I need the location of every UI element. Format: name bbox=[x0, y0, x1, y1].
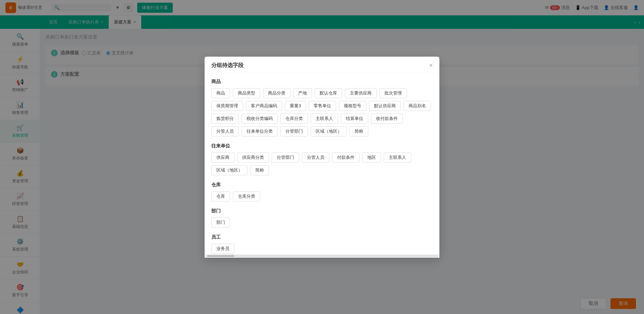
field-tag-short-name[interactable]: 简称 bbox=[350, 126, 368, 136]
field-tag-origin[interactable]: 产地 bbox=[293, 88, 312, 98]
field-tag-settlement-unit[interactable]: 结算单位 bbox=[341, 114, 368, 124]
modal-hscroll: ‹ › bbox=[205, 254, 439, 258]
field-tag-default-supplier[interactable]: 默认供应商 bbox=[369, 101, 401, 111]
field-group-goods-title: 商品 bbox=[211, 79, 433, 85]
field-tag-partner-region[interactable]: 地区 bbox=[362, 152, 381, 163]
warehouse-tags: 仓库 仓库分类 bbox=[211, 191, 433, 201]
field-tag-customer-code[interactable]: 客户商品编码 bbox=[246, 101, 282, 111]
field-tag-supplier-category[interactable]: 供应商分类 bbox=[237, 152, 269, 163]
field-tag-warehouse[interactable]: 仓库 bbox=[211, 191, 230, 201]
field-group-goods: 商品 商品 商品类型 商品分类 产地 默认仓库 主要供应商 批次管理 保质期管理… bbox=[211, 79, 433, 136]
modal-header: 分组待选字段 × bbox=[205, 57, 439, 73]
field-tag-default-warehouse[interactable]: 默认仓库 bbox=[315, 88, 342, 98]
modal-dialog: 分组待选字段 × 商品 商品 商品类型 商品分类 产地 默认仓库 主要供应商 批… bbox=[205, 57, 439, 258]
field-tag-partner-contact[interactable]: 主联系人 bbox=[384, 152, 411, 163]
field-tag-partner-manager[interactable]: 分管人员 bbox=[302, 152, 329, 163]
field-tag-partner-area[interactable]: 区域（地区） bbox=[211, 165, 248, 175]
field-group-warehouse: 仓库 仓库 仓库分类 bbox=[211, 182, 433, 201]
modal-overlay: 分组待选字段 × 商品 商品 商品类型 商品分类 产地 默认仓库 主要供应商 批… bbox=[0, 0, 644, 314]
field-tag-department[interactable]: 部门 bbox=[211, 217, 230, 228]
field-group-employee-title: 员工 bbox=[211, 234, 433, 240]
modal-body: 商品 商品 商品类型 商品分类 产地 默认仓库 主要供应商 批次管理 保质期管理… bbox=[205, 73, 439, 254]
field-tag-dept[interactable]: 分管部门 bbox=[280, 126, 308, 136]
field-group-dept-title: 部门 bbox=[211, 208, 433, 214]
field-tag-retail-unit[interactable]: 零售单位 bbox=[309, 101, 336, 111]
field-tag-region[interactable]: 区域（地区） bbox=[311, 126, 347, 136]
field-tag-partner-dept[interactable]: 分管部门 bbox=[272, 152, 299, 163]
field-group-partner: 往来单位 供应商 供应商分类 分管部门 分管人员 付款条件 地区 主联系人 区域… bbox=[211, 143, 433, 175]
field-tag-weight3[interactable]: 重量3 bbox=[285, 101, 306, 111]
field-tag-warehouse-category[interactable]: 仓库分类 bbox=[280, 114, 308, 124]
field-tag-warehouse-cat[interactable]: 仓库分类 bbox=[233, 191, 260, 201]
field-tag-batch-mgmt[interactable]: 批次管理 bbox=[379, 88, 407, 98]
field-group-warehouse-title: 仓库 bbox=[211, 182, 433, 188]
field-tag-goods-category[interactable]: 商品分类 bbox=[263, 88, 290, 98]
field-group-dept: 部门 部门 bbox=[211, 208, 433, 228]
field-tag-partner-category[interactable]: 往来单位分类 bbox=[241, 126, 278, 136]
field-tag-goods[interactable]: 商品 bbox=[211, 88, 230, 98]
hscroll-thumb bbox=[207, 255, 234, 257]
field-tag-spec[interactable]: 规格型号 bbox=[339, 101, 366, 111]
modal-title: 分组待选字段 bbox=[211, 62, 244, 69]
partner-tags: 供应商 供应商分类 分管部门 分管人员 付款条件 地区 主联系人 区域（地区） … bbox=[211, 152, 433, 175]
field-tag-goods-alias[interactable]: 商品别名 bbox=[404, 101, 431, 111]
field-tag-tax-code[interactable]: 税收分类编码 bbox=[241, 114, 278, 124]
field-tag-goods-type[interactable]: 商品类型 bbox=[233, 88, 260, 98]
hscroll-right-arrow[interactable]: › bbox=[437, 254, 438, 258]
field-tag-manager[interactable]: 分管人员 bbox=[211, 126, 239, 136]
hscroll-track bbox=[207, 255, 437, 257]
field-tag-exchange-points[interactable]: 炼货积分 bbox=[211, 114, 239, 124]
field-tag-main-supplier[interactable]: 主要供应商 bbox=[345, 88, 377, 98]
goods-tags: 商品 商品类型 商品分类 产地 默认仓库 主要供应商 批次管理 保质期管理 客户… bbox=[211, 88, 433, 136]
field-tag-payment-terms[interactable]: 收付款条件 bbox=[371, 114, 403, 124]
field-tag-partner-short[interactable]: 简称 bbox=[250, 165, 269, 175]
field-tag-expiry-mgmt[interactable]: 保质期管理 bbox=[211, 101, 243, 111]
field-tag-partner-payment[interactable]: 付款条件 bbox=[332, 152, 360, 163]
field-group-partner-title: 往来单位 bbox=[211, 143, 433, 149]
field-tag-main-contact[interactable]: 主联系人 bbox=[311, 114, 338, 124]
field-group-employee: 员工 业务员 bbox=[211, 234, 433, 254]
field-tag-salesperson[interactable]: 业务员 bbox=[211, 244, 234, 254]
modal-close-button[interactable]: × bbox=[429, 62, 433, 69]
employee-tags: 业务员 bbox=[211, 244, 433, 254]
field-tag-supplier[interactable]: 供应商 bbox=[211, 152, 234, 163]
dept-tags: 部门 bbox=[211, 217, 433, 228]
